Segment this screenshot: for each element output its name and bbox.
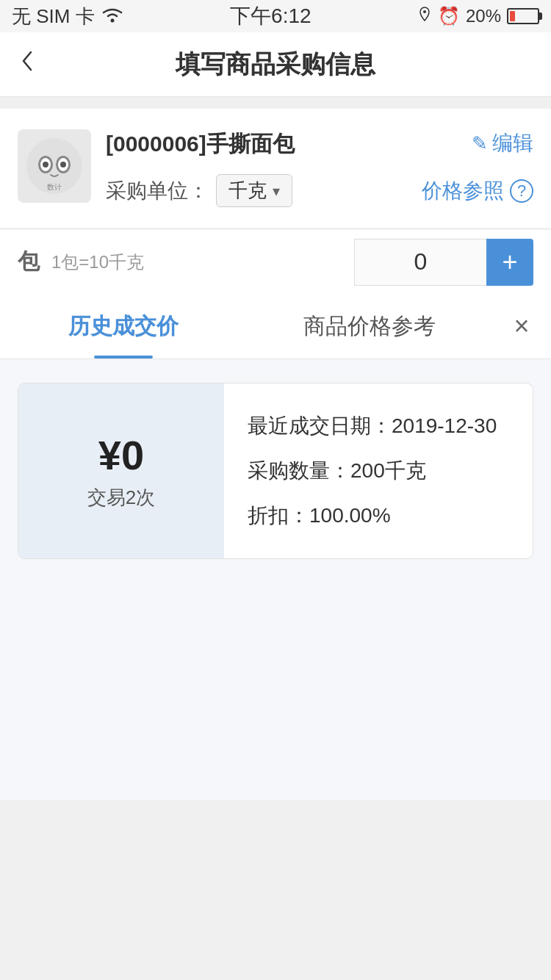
product-image: 数计: [18, 129, 91, 203]
unit-select[interactable]: 千克 ▾: [216, 174, 292, 207]
edit-button[interactable]: ✎ 编辑: [472, 129, 533, 157]
discount-row: 折扣：100.00%: [248, 500, 509, 533]
recent-date-value: 2019-12-30: [392, 414, 497, 437]
quantity-input-group: +: [354, 239, 533, 286]
svg-point-7: [43, 162, 48, 167]
svg-point-0: [110, 18, 114, 22]
product-info: [0000006]手撕面包 ✎ 编辑 采购单位： 千克 ▾ 价格参照 ?: [106, 129, 533, 207]
tabs-row: 历史成交价 商品价格参考 ×: [0, 294, 551, 359]
content-area: ¥0 交易2次 最近成交日期：2019-12-30 采购数量：200千克 折扣：…: [0, 359, 551, 800]
history-price-section: ¥0 交易2次: [18, 383, 224, 558]
recent-date-row: 最近成交日期：2019-12-30: [248, 410, 509, 443]
tab-history-label: 历史成交价: [68, 311, 179, 342]
tab-price-reference[interactable]: 商品价格参考: [246, 294, 492, 359]
edit-label: 编辑: [492, 129, 533, 157]
info-circle-icon: ?: [510, 179, 533, 203]
status-bar-left: 无 SIM 卡: [12, 4, 124, 29]
quantity-detail-value: 200千克: [350, 459, 426, 482]
conversion-info: 1包=10千克: [51, 251, 144, 274]
status-bar-time: 下午6:12: [230, 2, 311, 30]
history-card: ¥0 交易2次 最近成交日期：2019-12-30 采购数量：200千克 折扣：…: [18, 383, 533, 559]
wifi-icon: [101, 5, 124, 28]
price-reference-button[interactable]: 价格参照 ?: [422, 177, 533, 205]
product-name: [0000006]手撕面包: [106, 129, 472, 159]
history-price-value: ¥0: [98, 431, 144, 479]
quantity-detail-label: 采购数量：: [248, 459, 350, 482]
history-details-section: 最近成交日期：2019-12-30 采购数量：200千克 折扣：100.00%: [224, 383, 533, 558]
status-bar-right: ⏰ 20%: [417, 6, 539, 26]
tabs-section: 历史成交价 商品价格参考 ×: [0, 294, 551, 359]
network-label: 无 SIM 卡: [12, 4, 95, 29]
unit-value: 千克: [228, 178, 267, 203]
unit-label-group: 采购单位： 千克 ▾: [106, 174, 292, 207]
history-transactions: 交易2次: [87, 485, 155, 511]
back-button[interactable]: [0, 45, 56, 84]
close-icon: ×: [514, 311, 529, 342]
unit-bag-icon: 包: [18, 247, 40, 277]
tab-price-ref-label: 商品价格参考: [303, 311, 436, 342]
svg-point-8: [60, 162, 66, 167]
battery-percent: 20%: [466, 6, 501, 26]
edit-icon: ✎: [472, 132, 488, 155]
svg-text:数计: 数计: [47, 183, 62, 191]
tab-history-price[interactable]: 历史成交价: [0, 294, 246, 359]
product-section: 数计 [0000006]手撕面包 ✎ 编辑 采购单位： 千克 ▾: [0, 109, 551, 228]
svg-point-1: [423, 10, 426, 13]
unit-label-text: 采购单位：: [106, 177, 209, 205]
discount-value: 100.00%: [309, 504, 391, 527]
quantity-plus-button[interactable]: +: [486, 239, 533, 286]
page-title: 填写商品采购信息: [176, 48, 375, 82]
battery-icon: [507, 8, 539, 24]
tab-close-button[interactable]: ×: [492, 294, 551, 359]
quantity-label-group: 包 1包=10千克: [18, 247, 144, 277]
location-icon: [417, 6, 432, 26]
clock-icon: ⏰: [438, 6, 460, 26]
discount-label: 折扣：: [248, 504, 309, 527]
price-ref-label: 价格参照: [422, 177, 504, 205]
nav-bar: 填写商品采购信息: [0, 32, 551, 97]
plus-icon: +: [502, 247, 517, 278]
quantity-input[interactable]: [354, 239, 486, 286]
recent-date-label: 最近成交日期：: [248, 414, 392, 437]
dropdown-arrow-icon: ▾: [273, 182, 280, 200]
quantity-row: 采购数量：200千克: [248, 455, 509, 488]
tab-active-indicator: [94, 356, 153, 359]
status-bar: 无 SIM 卡 下午6:12 ⏰ 20%: [0, 0, 551, 32]
quantity-section: 包 1包=10千克 +: [0, 229, 551, 294]
